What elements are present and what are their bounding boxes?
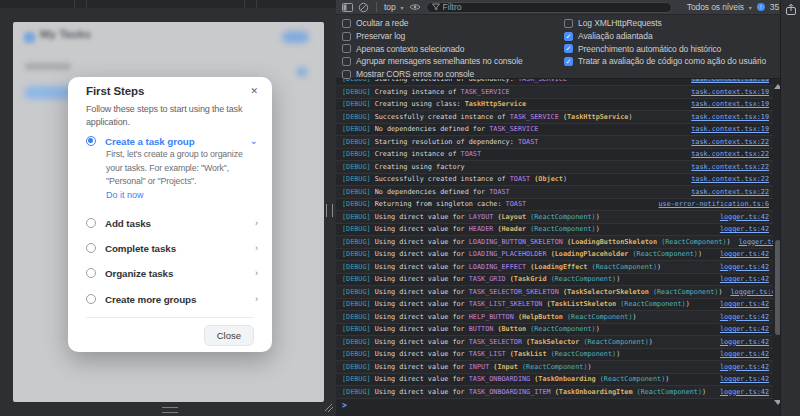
checkbox-unchecked-icon[interactable] — [342, 19, 351, 28]
source-link[interactable]: task.context.tsx:19 — [691, 88, 769, 96]
console-row: [DEBUG]Using direct value for TASK_ONBOA… — [336, 386, 773, 399]
source-link[interactable]: task.context.tsx:19 — [691, 113, 769, 121]
log-level-badge: [DEBUG] — [342, 300, 371, 308]
settings-option[interactable]: Ocultar a rede — [342, 17, 523, 30]
source-link[interactable]: logger.ts:42 — [739, 238, 773, 246]
filter-box[interactable] — [426, 2, 672, 13]
checkbox-unchecked-icon[interactable] — [342, 44, 351, 53]
source-link[interactable]: logger.ts:42 — [720, 375, 769, 383]
issues-count[interactable]: 35 — [770, 2, 779, 12]
step-label: Add tasks — [105, 218, 151, 229]
console-row: [DEBUG]Starting resolution of dependency… — [336, 79, 773, 86]
step-label: Create more groups — [105, 294, 196, 305]
separator — [256, 0, 257, 8]
source-link[interactable]: logger.ts:42 — [720, 313, 769, 321]
console-message: [DEBUG]No dependencies defined for TOAST — [342, 188, 683, 196]
radio-unselected-icon — [86, 268, 96, 278]
console-message: [DEBUG]Starting resolution of dependency… — [342, 138, 683, 146]
console-message: [DEBUG]No dependencies defined for TASK_… — [342, 125, 683, 133]
source-link[interactable]: task.context.tsx:22 — [691, 188, 769, 196]
source-link[interactable]: logger.ts:42 — [720, 350, 769, 358]
source-link[interactable]: task.context.tsx:19 — [691, 79, 769, 83]
source-link[interactable]: logger.ts:42 — [720, 388, 769, 396]
filter-funnel-icon — [432, 3, 440, 11]
source-link[interactable]: logger.ts:42 — [720, 338, 769, 346]
console-sidebar-icon[interactable] — [342, 3, 353, 12]
console-message: [DEBUG]Creating instance of TOAST — [342, 150, 683, 158]
onboarding-step-add-tasks[interactable]: Add tasks › — [86, 216, 258, 230]
log-level-badge: [DEBUG] — [342, 263, 371, 271]
checkbox-unchecked-icon[interactable] — [342, 70, 351, 79]
page-subtitle-blob — [25, 63, 71, 70]
source-link[interactable]: logger.ts:42 — [720, 250, 769, 258]
checkbox-unchecked-icon[interactable] — [342, 32, 351, 41]
onboarding-step-create-more-groups[interactable]: Create more groups › — [86, 292, 258, 306]
source-link[interactable]: logger.ts:42 — [720, 225, 769, 233]
frame-context-select[interactable]: top — [384, 2, 396, 12]
source-link[interactable]: task.context.tsx:22 — [691, 150, 769, 158]
checkbox-checked-icon[interactable]: ✓ — [564, 57, 573, 66]
close-button[interactable]: Close — [204, 325, 254, 346]
onboarding-step-organize-tasks[interactable]: Organize tasks › — [86, 266, 258, 280]
console-row: [DEBUG]Using direct value for LOADING_PL… — [336, 249, 773, 262]
checkbox-checked-icon[interactable]: ✓ — [564, 44, 573, 53]
log-level-badge: [DEBUG] — [342, 350, 371, 358]
box-arrow-up-icon[interactable] — [785, 3, 797, 16]
source-link[interactable]: logger.ts:42 — [720, 263, 769, 271]
clear-console-icon[interactable] — [358, 2, 369, 13]
filter-input[interactable] — [443, 2, 666, 12]
settings-option[interactable]: Log XMLHttpRequests — [564, 17, 766, 30]
resize-handle-corner[interactable] — [325, 404, 333, 412]
settings-option[interactable]: Preservar log — [342, 30, 523, 43]
source-link[interactable]: logger.ts:42 — [720, 325, 769, 333]
checkbox-unchecked-icon[interactable] — [564, 19, 573, 28]
settings-option[interactable]: ✓Avaliação adiantada — [564, 30, 766, 43]
settings-option[interactable]: ✓Preenchimento automático do histórico — [564, 42, 766, 55]
step-label: Organize tasks — [105, 268, 173, 279]
issues-icon[interactable]: ! — [757, 3, 765, 11]
source-link[interactable]: task.context.tsx:19 — [691, 125, 769, 133]
settings-option-label: Apenas contexto selecionado — [356, 44, 464, 54]
source-link[interactable]: logger.ts:42 — [720, 275, 769, 283]
page-help-button — [297, 67, 307, 77]
chevron-down-icon: ⌄ — [250, 136, 258, 146]
console-prompt[interactable]: > — [336, 399, 773, 412]
settings-option[interactable]: Apenas contexto selecionado — [342, 42, 523, 55]
settings-option-label: Preenchimento automático do histórico — [578, 44, 721, 54]
source-link[interactable]: logger.ts:42 — [720, 213, 769, 221]
source-link[interactable]: task.context.tsx:22 — [691, 163, 769, 171]
log-level-badge: [DEBUG] — [342, 200, 371, 208]
log-level-badge: [DEBUG] — [342, 163, 371, 171]
source-link[interactable]: task.context.tsx:19 — [691, 100, 769, 108]
modal-title: First Steps — [86, 85, 144, 97]
onboarding-step-complete-tasks[interactable]: Complete tasks › — [86, 241, 258, 255]
console-row: [DEBUG]Using direct value for LOADING_BU… — [336, 236, 773, 249]
console-row: [DEBUG]Successfully created instance of … — [336, 174, 773, 187]
checkbox-unchecked-icon[interactable] — [342, 57, 351, 66]
devtools-splitter-handle[interactable] — [326, 204, 333, 217]
onboarding-step-create-group[interactable]: Create a task group ⌄ — [86, 134, 258, 148]
settings-option-label: Ocultar a rede — [356, 18, 408, 28]
log-levels-select[interactable]: Todos os níveis — [687, 2, 744, 12]
log-level-badge: [DEBUG] — [342, 225, 371, 233]
resize-handle-horizontal[interactable] — [162, 407, 178, 413]
log-level-badge: [DEBUG] — [342, 150, 371, 158]
radio-unselected-icon — [86, 294, 96, 304]
settings-option[interactable]: ✓Tratar a avaliação de código como ação … — [564, 55, 766, 68]
settings-option[interactable]: Agrupar mensagens semelhantes no console — [342, 55, 523, 68]
source-link[interactable]: logger.ts:42 — [720, 363, 769, 371]
prompt-chevron-icon: > — [342, 401, 347, 410]
source-link[interactable]: logger.ts:42 — [731, 288, 773, 296]
do-it-now-link[interactable]: Do it now — [106, 190, 144, 200]
close-icon[interactable]: ✕ — [250, 86, 258, 96]
source-link[interactable]: use-error-notification.ts:6 — [659, 200, 770, 208]
source-link[interactable]: task.context.tsx:22 — [691, 138, 769, 146]
onboarding-modal: First Steps ✕ Follow these steps to star… — [68, 77, 272, 352]
console-row: [DEBUG]Creating using class: TaskHttpSer… — [336, 99, 773, 112]
source-link[interactable]: logger.ts:42 — [720, 300, 769, 308]
eye-icon[interactable] — [409, 3, 421, 11]
source-link[interactable]: task.context.tsx:22 — [691, 175, 769, 183]
checkbox-checked-icon[interactable]: ✓ — [564, 32, 573, 41]
console-message: [DEBUG]Successfully created instance of … — [342, 113, 683, 121]
console-message: [DEBUG]Using direct value for LAYOUT (La… — [342, 213, 712, 221]
